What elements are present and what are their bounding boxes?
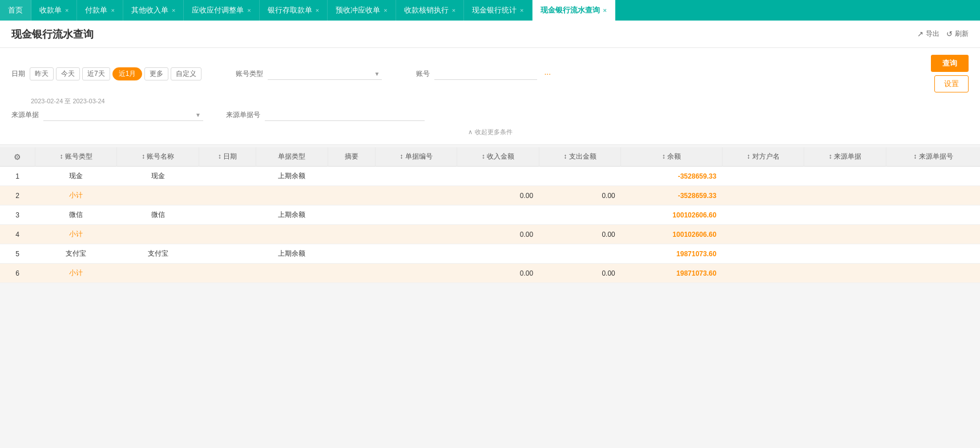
table-row: 6小计0.000.0019871073.60 xyxy=(0,264,980,283)
doc-no-cell xyxy=(375,186,457,205)
th-source-doc[interactable]: ↕ 来源单据 xyxy=(804,147,886,167)
date-btn-today[interactable]: 今天 xyxy=(56,67,80,80)
nav-bank-deposit[interactable]: 银行存取款单 × xyxy=(260,0,328,21)
collapse-bar[interactable]: ∧ 收起更多条件 xyxy=(11,126,969,140)
header-actions: ↗ 导出 ↺ 刷新 xyxy=(917,29,969,39)
nav-bank-flow[interactable]: 现金银行流水查询 × xyxy=(533,0,615,21)
account-name-cell: 支付宝 xyxy=(117,244,199,264)
counterpart-cell xyxy=(722,264,804,283)
expense-cell: 0.00 xyxy=(539,225,621,244)
expense-cell: 0.00 xyxy=(539,186,621,205)
date-cell xyxy=(199,244,256,264)
row-num: 6 xyxy=(0,264,35,283)
account-type-cell: 微信 xyxy=(35,205,117,225)
th-expense[interactable]: ↕ 支出金额 xyxy=(539,147,621,167)
summary-cell xyxy=(328,244,375,264)
counterpart-cell xyxy=(722,186,804,205)
date-label: 日期 xyxy=(11,69,25,79)
filter-area: 日期 昨天 今天 近7天 近1月 更多 自定义 账号类型 ▼ 账号 xyxy=(0,48,980,145)
refresh-button[interactable]: ↺ 刷新 xyxy=(946,29,969,39)
collapse-up-icon: ∧ xyxy=(468,128,473,136)
source-doc-select[interactable] xyxy=(43,109,203,121)
account-type-select-wrapper: ▼ xyxy=(268,68,382,80)
summary-cell xyxy=(328,167,375,186)
doc-type-cell xyxy=(256,264,328,283)
row-num: 2 xyxy=(0,186,35,205)
nav-payment[interactable]: 付款单 × xyxy=(77,0,123,21)
source-doc-no-cell xyxy=(886,205,980,225)
gear-icon: ⚙ xyxy=(14,152,21,162)
nav-receipt[interactable]: 收款单 × xyxy=(31,0,77,21)
close-adjustment-icon[interactable]: × xyxy=(247,7,251,14)
row-num: 1 xyxy=(0,167,35,186)
nav-bank-stats[interactable]: 现金银行统计 × xyxy=(464,0,532,21)
account-type-select[interactable] xyxy=(268,68,382,80)
expense-cell xyxy=(539,167,621,186)
account-type-label: 账号类型 xyxy=(236,69,263,79)
nav-adjustment[interactable]: 应收应付调整单 × xyxy=(184,0,259,21)
table-header: ⚙ ↕ 账号类型 ↕ 账号名称 ↕ 日期 单据类型 摘要 ↕ 单据编号 ↕ 收入… xyxy=(0,147,980,167)
th-doc-no[interactable]: ↕ 单据编号 xyxy=(375,147,457,167)
source-doc-cell xyxy=(804,167,886,186)
summary-cell xyxy=(328,225,375,244)
nav-advance[interactable]: 预收冲应收单 × xyxy=(328,0,396,21)
account-type-cell: 小计 xyxy=(35,186,117,205)
source-doc-no-cell xyxy=(886,264,980,283)
source-doc-no-filter-group: 来源单据号 xyxy=(226,109,425,121)
close-payment-icon[interactable]: × xyxy=(111,7,114,14)
row-num: 4 xyxy=(0,225,35,244)
close-bank-stats-icon[interactable]: × xyxy=(520,7,523,14)
query-button[interactable]: 查询 xyxy=(931,55,969,72)
th-balance[interactable]: ↕ 余额 xyxy=(621,147,722,167)
close-other-income-icon[interactable]: × xyxy=(172,7,175,14)
close-bank-flow-icon[interactable]: × xyxy=(603,7,607,14)
th-source-doc-no[interactable]: ↕ 来源单据号 xyxy=(886,147,980,167)
income-cell xyxy=(457,167,539,186)
source-doc-cell xyxy=(804,205,886,225)
close-advance-icon[interactable]: × xyxy=(384,7,387,14)
th-account-name[interactable]: ↕ 账号名称 xyxy=(117,147,199,167)
date-btn-more[interactable]: 更多 xyxy=(144,67,168,80)
counterpart-cell xyxy=(722,244,804,264)
close-writeoff-icon[interactable]: × xyxy=(452,7,455,14)
row-num: 5 xyxy=(0,244,35,264)
doc-no-cell xyxy=(375,244,457,264)
doc-no-cell xyxy=(375,264,457,283)
row-num: 3 xyxy=(0,205,35,225)
income-cell xyxy=(457,205,539,225)
date-cell xyxy=(199,167,256,186)
th-account-type[interactable]: ↕ 账号类型 xyxy=(35,147,117,167)
nav-writeoff[interactable]: 收款核销执行 × xyxy=(396,0,464,21)
th-gear[interactable]: ⚙ xyxy=(0,147,35,167)
page-header: 现金银行流水查询 ↗ 导出 ↺ 刷新 xyxy=(0,21,980,48)
export-button[interactable]: ↗ 导出 xyxy=(917,29,939,39)
th-doc-type: 单据类型 xyxy=(256,147,328,167)
account-dots-icon[interactable]: ··· xyxy=(542,69,553,78)
table-row: 2小计0.000.00-3528659.33 xyxy=(0,186,980,205)
account-input[interactable] xyxy=(434,68,537,80)
date-range-display: 2023-02-24 至 2023-03-24 xyxy=(29,97,969,106)
account-label: 账号 xyxy=(416,69,430,79)
settings-button[interactable]: 设置 xyxy=(934,75,969,92)
source-doc-filter-group: 来源单据 ▼ xyxy=(11,109,203,121)
close-bank-deposit-icon[interactable]: × xyxy=(316,7,319,14)
source-doc-cell xyxy=(804,186,886,205)
th-date[interactable]: ↕ 日期 xyxy=(199,147,256,167)
table-row: 5支付宝支付宝上期余额19871073.60 xyxy=(0,244,980,264)
date-cell xyxy=(199,205,256,225)
date-btn-1month[interactable]: 近1月 xyxy=(112,67,143,80)
nav-home[interactable]: 首页 xyxy=(0,0,31,21)
th-income[interactable]: ↕ 收入金额 xyxy=(457,147,539,167)
summary-cell xyxy=(328,186,375,205)
balance-cell: -3528659.33 xyxy=(621,186,722,205)
th-counterpart[interactable]: ↕ 对方户名 xyxy=(722,147,804,167)
date-btn-yesterday[interactable]: 昨天 xyxy=(30,67,54,80)
account-type-cell: 小计 xyxy=(35,225,117,244)
doc-no-cell xyxy=(375,205,457,225)
close-receipt-icon[interactable]: × xyxy=(65,7,68,14)
date-btn-custom[interactable]: 自定义 xyxy=(171,67,201,80)
date-btn-7days[interactable]: 近7天 xyxy=(82,67,110,80)
nav-other-income[interactable]: 其他收入单 × xyxy=(123,0,184,21)
source-doc-no-input[interactable] xyxy=(265,109,425,121)
account-type-cell: 小计 xyxy=(35,264,117,283)
